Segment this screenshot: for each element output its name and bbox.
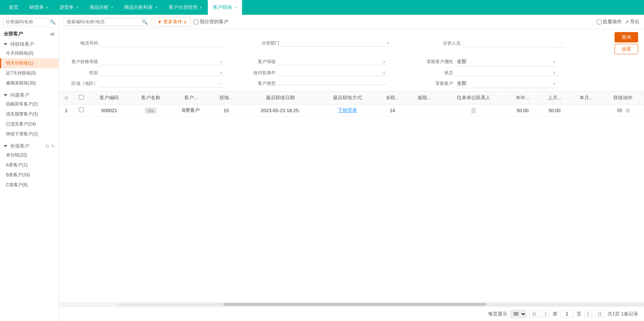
td-actions: ☎ ⊞ bbox=[602, 104, 644, 117]
area-more-icon[interactable]: ··· bbox=[219, 81, 223, 86]
my-customers-checkbox-wrap[interactable]: 我分管的客户 bbox=[193, 18, 228, 25]
close-sales-icon[interactable]: × bbox=[46, 5, 48, 10]
filter-row-1: 电话号码 分管部门 ∨ 分管人员 ··· bbox=[65, 32, 638, 54]
sidebar-search-input[interactable] bbox=[3, 18, 48, 26]
search-input[interactable] bbox=[67, 19, 140, 24]
batch-operation-button[interactable]: 批量操作 bbox=[597, 18, 622, 25]
td-code: 000021 bbox=[88, 104, 130, 117]
export-button[interactable]: ↗ 导出 bbox=[625, 18, 640, 25]
next-page-button[interactable]: ⟩ bbox=[584, 310, 592, 318]
td-last-contact-date: 2023-05-23 18:25: bbox=[242, 104, 318, 117]
nav-product-list[interactable]: 商品分析列表 × bbox=[119, 0, 162, 15]
sidebar-item-today[interactable]: 今天待联络(0) bbox=[0, 48, 59, 58]
prev-page-button[interactable]: ⟨ bbox=[542, 310, 550, 318]
sidebar-item-overdue[interactable]: 逾期未联络(30) bbox=[0, 78, 59, 88]
table-header-row: ⚙ 客户编码 客户名称 客户... bbox=[59, 92, 644, 104]
close-product-list-icon[interactable]: × bbox=[155, 5, 157, 10]
price-level-select[interactable]: ∨ bbox=[99, 59, 225, 65]
sidebar-problem-title[interactable]: 问题客户 bbox=[0, 90, 59, 99]
page-input[interactable] bbox=[560, 310, 574, 318]
sidebar-all-customers[interactable]: 全部客户 ≪ bbox=[0, 28, 59, 39]
last-contact-link[interactable]: 下销货单 bbox=[338, 107, 357, 113]
customer-table: ⚙ 客户编码 客户名称 客户... bbox=[59, 92, 644, 117]
my-customers-checkbox[interactable] bbox=[193, 20, 198, 24]
close-product-analysis-icon[interactable]: × bbox=[111, 5, 113, 10]
per-page-label: 每页显示 bbox=[488, 311, 507, 317]
retail-customer-label: 零散客户 bbox=[420, 80, 453, 87]
nav-customer-tier[interactable]: 客户分层经营 × bbox=[164, 0, 207, 15]
more-filter-button[interactable]: ▼ 更多条件 ∧ bbox=[154, 17, 190, 27]
nav-customer-contact[interactable]: 客户联络 × bbox=[208, 0, 242, 15]
search-submit-icon[interactable]: 🔍 bbox=[142, 19, 148, 25]
status-select[interactable]: ∨ bbox=[455, 69, 558, 76]
sidebar-item-repurchase[interactable]: 回购异常客户(2) bbox=[0, 99, 59, 109]
sidebar-pending-section: 待联络客户 今天待联络(0) 明天待联络(1) 近7天待联络(0) 逾期未联络(… bbox=[0, 39, 59, 88]
value-arrow-icon bbox=[4, 145, 7, 147]
retail-attr-select[interactable]: 全部 ∨ bbox=[455, 57, 558, 66]
sidebar-item-b-class[interactable]: B类客户(33) bbox=[0, 170, 59, 180]
settings-icon[interactable]: ⚙ bbox=[64, 95, 69, 101]
nav-sales[interactable]: 销货单 × bbox=[24, 0, 53, 15]
problem-arrow-icon bbox=[4, 94, 7, 96]
action-phone-icon[interactable]: ☎ bbox=[616, 107, 623, 113]
filter-icon: ▼ bbox=[157, 19, 162, 25]
sidebar-search-icon[interactable]: 🔍 bbox=[50, 19, 56, 25]
th-settings: ⚙ bbox=[59, 92, 74, 104]
td-no-contact: 14 bbox=[377, 104, 408, 117]
customer-level-select[interactable]: ∨ bbox=[277, 59, 388, 65]
sidebar-item-tomorrow[interactable]: 明天待联络(1) bbox=[0, 58, 59, 68]
filter-area-col: 区域（地区） ··· bbox=[65, 80, 239, 87]
per-page-select[interactable]: 50 bbox=[510, 310, 526, 318]
reset-button[interactable]: 设置 bbox=[615, 44, 638, 54]
sidebar-item-churned[interactable]: 已流失客户(24) bbox=[0, 119, 59, 129]
first-page-button[interactable]: ⟨⟨ bbox=[529, 310, 539, 318]
area-label: 区域（地区） bbox=[65, 80, 98, 87]
close-customer-tier-icon[interactable]: × bbox=[200, 5, 202, 10]
sidebar-item-a-class[interactable]: A类客户(1) bbox=[0, 160, 59, 170]
value-edit-icon[interactable]: ✎ bbox=[51, 144, 55, 149]
gender-select[interactable]: ∨ bbox=[99, 69, 225, 76]
filter-price-level-col: 客户价格等级 ∨ bbox=[65, 59, 239, 65]
select-all-checkbox[interactable] bbox=[79, 95, 84, 100]
price-level-chevron-icon: ∨ bbox=[220, 60, 223, 64]
sidebar-item-7days[interactable]: 近7天待联络(0) bbox=[0, 68, 59, 78]
filter-status-col: 状态 ∨ bbox=[420, 69, 595, 76]
sidebar-item-c-class[interactable]: C类客户(6) bbox=[0, 180, 59, 190]
payment-select[interactable]: ∨ bbox=[277, 69, 388, 76]
td-unit-contact bbox=[440, 104, 507, 117]
sidebar-pending-title[interactable]: 待联络客户 bbox=[0, 39, 59, 48]
customer-type-select[interactable] bbox=[277, 82, 388, 85]
page-end-label: 页 bbox=[577, 311, 581, 317]
scrollbar-thumb[interactable] bbox=[223, 303, 486, 306]
filter-phone-col: 电话号码 bbox=[65, 39, 243, 47]
batch-checkbox[interactable] bbox=[597, 20, 602, 24]
area-select[interactable]: ··· bbox=[99, 80, 225, 87]
phone-input[interactable] bbox=[99, 39, 225, 47]
value-refresh-icon[interactable]: ↻ bbox=[45, 144, 49, 149]
person-select[interactable]: ··· bbox=[462, 39, 565, 47]
last-page-button[interactable]: ⟩⟩ bbox=[595, 310, 605, 318]
sidebar-item-churn-warning[interactable]: 流失预警客户(3) bbox=[0, 109, 59, 119]
filter-row-2: 客户价格等级 ∨ 客户等级 ∨ 零散客户属性 全部 bbox=[65, 57, 638, 66]
person-label: 分管人员 bbox=[427, 40, 461, 46]
sidebar-item-declining[interactable]: 持续下滑客户(2) bbox=[0, 129, 59, 139]
sidebar-collapse-icon[interactable]: ≪ bbox=[50, 31, 55, 37]
retail-customer-select[interactable]: 全部 ∨ bbox=[455, 79, 558, 88]
nav-purchase[interactable]: 进货单 × bbox=[54, 0, 83, 15]
close-customer-contact-icon[interactable]: × bbox=[234, 5, 237, 10]
close-purchase-icon[interactable]: × bbox=[76, 5, 78, 10]
td-index: 1 bbox=[59, 104, 74, 117]
person-more-icon[interactable]: ··· bbox=[559, 41, 563, 46]
filter-chevron-icon: ∧ bbox=[183, 19, 187, 25]
nav-home[interactable]: 首页 bbox=[4, 0, 24, 15]
sidebar-value-title[interactable]: 价值客户 ↻ ✎ bbox=[0, 141, 59, 150]
row-checkbox[interactable] bbox=[79, 107, 84, 112]
nav-product-analysis[interactable]: 商品分析 × bbox=[84, 0, 118, 15]
dept-select[interactable]: ∨ bbox=[281, 40, 391, 46]
query-button[interactable]: 查询 bbox=[615, 32, 638, 42]
toolbar-right: 批量操作 ↗ 导出 bbox=[597, 18, 640, 25]
filter-customer-type-col: 客户类型 bbox=[242, 80, 417, 87]
sidebar-item-ungrouped[interactable]: 未分组(32) bbox=[0, 150, 59, 160]
action-grid-icon[interactable]: ⊞ bbox=[626, 107, 630, 113]
td-contact-count: 15 bbox=[210, 104, 242, 117]
